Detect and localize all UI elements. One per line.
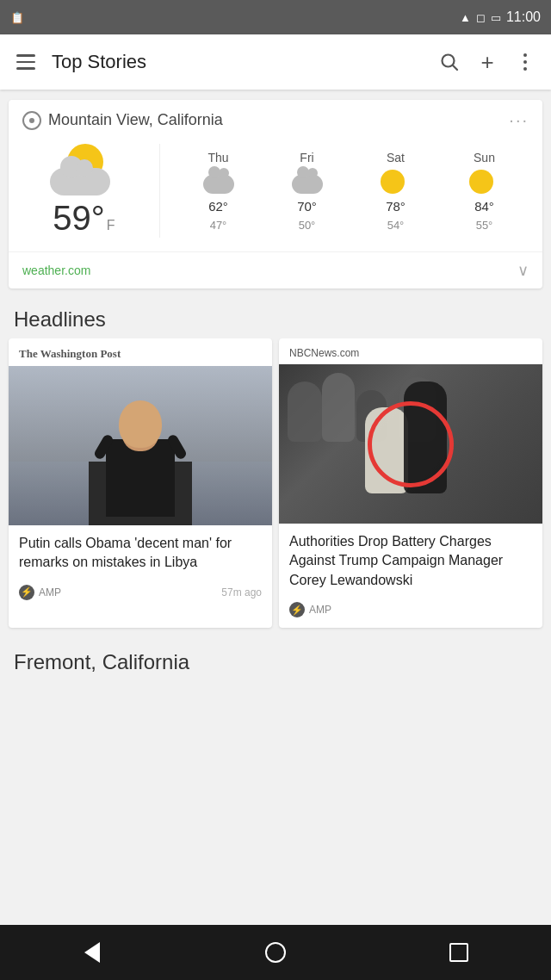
forecast-sun-low: 55° — [476, 219, 493, 232]
putin-image — [9, 366, 272, 525]
search-icon — [440, 53, 459, 71]
forecast-fri-high: 70° — [297, 199, 317, 214]
weather-location-row: Mountain View, California ··· — [9, 100, 542, 137]
forecast-sun: Sun 84° 55° — [469, 151, 500, 232]
weather-more-icon[interactable]: ··· — [509, 110, 529, 130]
search-button[interactable] — [437, 50, 461, 74]
crowd-image — [279, 364, 542, 524]
forecast-sat: Sat 78° 54° — [381, 151, 412, 232]
headline-title-1: Putin calls Obama 'decent man' for remar… — [9, 525, 272, 580]
nav-bar — [0, 925, 551, 980]
svg-line-1 — [453, 65, 457, 70]
headline-title-2: Authorities Drop Battery Charges Against… — [279, 524, 542, 597]
status-time: 11:00 — [506, 9, 541, 25]
app-title: Top Stories — [52, 51, 424, 73]
weather-source-link[interactable]: weather.com — [22, 264, 90, 277]
temp-unit: F — [107, 218, 115, 233]
forecast-thu-day: Thu — [207, 151, 228, 164]
headline-image-2 — [279, 364, 542, 524]
forecast-thu: Thu 62° 47° — [203, 151, 234, 232]
forecast-fri-icon — [292, 170, 323, 194]
amp-badge-2: ⚡ AMP — [289, 602, 331, 617]
forecast-fri: Fri 70° 50° — [292, 151, 323, 232]
status-bar: 📋 ▲ ◻ ▭ 11:00 — [0, 0, 551, 34]
headline-source-1: The Washington Post — [9, 338, 272, 366]
headlines-section-header: Headlines — [0, 295, 551, 338]
forecast-sat-low: 54° — [387, 219, 405, 232]
fremont-section-header: Fremont, California — [0, 638, 551, 681]
amp-label-2: AMP — [309, 604, 331, 616]
forecast-thu-high: 62° — [208, 199, 228, 214]
more-options-button[interactable] — [513, 50, 537, 74]
weather-forecast: Thu 62° 47° Fri 70° 50° Sat 78° 54° Su — [160, 151, 529, 232]
headline-image-1 — [9, 366, 272, 525]
home-icon — [265, 942, 286, 963]
hamburger-icon — [16, 54, 35, 70]
status-bar-right: ▲ ◻ ▭ 11:00 — [460, 9, 541, 25]
amp-icon-1: ⚡ — [19, 585, 34, 600]
current-temp: 59° — [53, 199, 105, 238]
headline-meta-2: ⚡ AMP — [279, 597, 542, 628]
add-button[interactable]: + — [475, 50, 499, 74]
app-bar: Top Stories + — [0, 34, 551, 90]
nav-back-button[interactable] — [66, 935, 118, 970]
location-icon — [22, 111, 41, 130]
headline-card-1[interactable]: The Washington Post Putin calls Obama ' — [9, 338, 272, 628]
weather-card: Mountain View, California ··· 59° F Thu … — [9, 100, 542, 288]
amp-label-1: AMP — [39, 586, 61, 599]
forecast-sun-day: Sun — [474, 151, 495, 164]
amp-icon-2: ⚡ — [289, 602, 305, 617]
headline-meta-1: ⚡ AMP 57m ago — [9, 580, 272, 611]
vertical-dots-icon — [523, 53, 527, 71]
weather-condition-icon — [50, 144, 119, 195]
forecast-thu-icon — [203, 170, 234, 194]
nav-recent-button[interactable] — [433, 935, 485, 970]
headline-time-1: 57m ago — [221, 586, 262, 599]
battery-icon: ▭ — [491, 11, 501, 24]
weather-main: 59° F Thu 62° 47° Fri 70° 50° Sat — [9, 137, 542, 251]
forecast-fri-low: 50° — [299, 219, 316, 232]
forecast-sun-high: 84° — [474, 199, 494, 214]
red-circle — [368, 401, 454, 487]
nav-home-button[interactable] — [250, 935, 301, 970]
forecast-sat-icon — [381, 170, 412, 194]
forecast-sat-day: Sat — [387, 151, 405, 164]
forecast-sat-high: 78° — [386, 199, 406, 214]
weather-expand-button[interactable]: ∨ — [517, 261, 529, 280]
weather-location: Mountain View, California — [48, 111, 502, 129]
signal-icon: ◻ — [476, 11, 486, 24]
weather-footer: weather.com ∨ — [9, 251, 542, 288]
forecast-fri-day: Fri — [300, 151, 313, 164]
headlines-grid: The Washington Post Putin calls Obama ' — [0, 338, 551, 638]
status-bar-left: 📋 — [10, 11, 24, 24]
notification-icon: 📋 — [10, 11, 24, 24]
cloud-shape — [50, 168, 110, 195]
headline-card-2[interactable]: NBCNews.com Authorities Drop Battery Cha… — [279, 338, 542, 628]
weather-current: 59° F — [22, 144, 160, 238]
headline-source-2: NBCNews.com — [279, 338, 542, 364]
back-icon — [84, 942, 100, 963]
forecast-thu-low: 47° — [210, 219, 227, 232]
forecast-sun-icon — [469, 170, 500, 194]
wifi-icon: ▲ — [460, 11, 471, 24]
recent-apps-icon — [449, 943, 468, 962]
amp-badge-1: ⚡ AMP — [19, 585, 61, 600]
menu-button[interactable] — [14, 50, 38, 74]
